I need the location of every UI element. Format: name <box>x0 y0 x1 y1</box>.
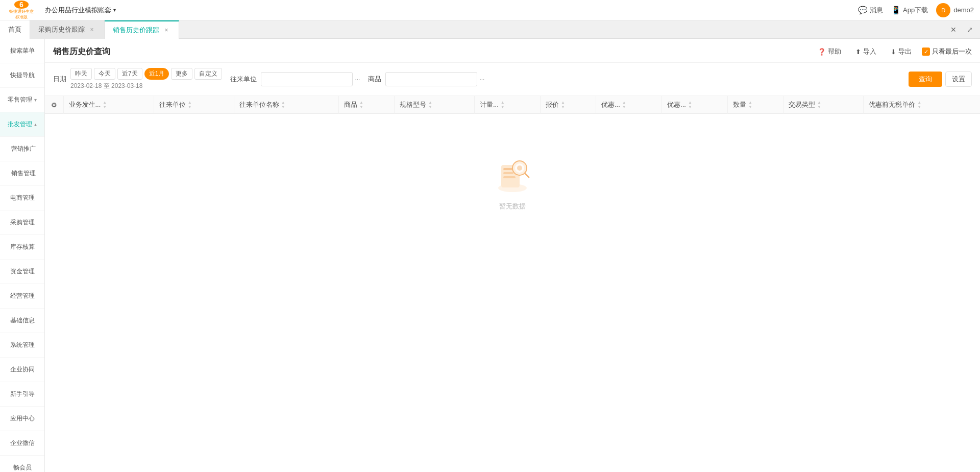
th-partner-code[interactable]: 往来单位 ▲▼ <box>154 96 234 114</box>
import-label: 导入 <box>863 47 876 56</box>
date-filter-group: 日期 昨天 今天 近7天 近1月 更多 自定义 2023-02-18 至 202… <box>53 68 222 90</box>
export-button[interactable]: ⬇ 导出 <box>887 45 916 58</box>
sidebar-item-marketing[interactable]: 营销推广 <box>0 137 44 161</box>
operations-label: 经营管理 <box>10 292 35 300</box>
tab-sales[interactable]: 销售历史价跟踪 × <box>105 20 179 39</box>
empty-state: 暂无数据 <box>45 114 980 252</box>
date-today[interactable]: 今天 <box>94 68 115 80</box>
th-business-date[interactable]: 业务发生... ▲▼ <box>63 96 154 114</box>
date-custom[interactable]: 自定义 <box>194 68 222 80</box>
user-menu[interactable]: D demo2 <box>936 3 974 17</box>
logo: 6 畅捷通好生意 标准版 <box>6 1 37 19</box>
logo-subtitle: 畅捷通好生意 标准版 <box>9 9 34 20</box>
partner-input[interactable] <box>261 72 353 86</box>
th-discount1[interactable]: 优惠... ▲▼ <box>596 96 662 114</box>
only-last-label: 只看最后一次 <box>932 47 972 56</box>
sidebar-item-wechat[interactable]: 企业微信 <box>0 431 44 456</box>
tab-sales-close[interactable]: × <box>162 26 170 34</box>
sidebar-item-purchase[interactable]: 采购管理 <box>0 210 44 235</box>
logo-icon: 6 <box>14 1 29 9</box>
empty-text: 暂无数据 <box>499 202 526 211</box>
th-gear[interactable]: ⚙ <box>45 96 63 114</box>
app-center-label: 应用中心 <box>10 414 35 423</box>
partner-dots[interactable]: ··· <box>355 76 360 83</box>
th-quote[interactable]: 报价 ▲▼ <box>541 96 596 114</box>
purchase-label: 采购管理 <box>10 218 35 227</box>
th-product[interactable]: 商品 ▲▼ <box>338 96 394 114</box>
guide-label: 新手引导 <box>10 390 35 398</box>
message-action[interactable]: 💬 消息 <box>858 6 883 15</box>
sidebar-item-ecommerce[interactable]: 电商管理 <box>0 186 44 210</box>
tab-purchase-close[interactable]: × <box>88 26 96 34</box>
chevron-down-icon: ▾ <box>34 97 37 103</box>
retail-label: 零售管理 <box>8 96 32 104</box>
topbar-right: 💬 消息 📱 App下载 D demo2 <box>858 3 974 17</box>
sidebar-item-guide[interactable]: 新手引导 <box>0 382 44 407</box>
search-menu-label: 搜索菜单 <box>10 46 35 55</box>
date-label: 日期 <box>53 75 66 84</box>
tab-purchase[interactable]: 采购历史价跟踪 × <box>30 20 105 39</box>
import-button[interactable]: ⬆ 导入 <box>851 45 880 58</box>
sidebar-item-system[interactable]: 系统管理 <box>0 333 44 358</box>
export-label: 导出 <box>898 47 912 56</box>
svg-point-8 <box>517 166 522 171</box>
finance-label: 资金管理 <box>10 267 35 276</box>
member-label: 畅会员 <box>13 463 32 472</box>
help-button[interactable]: ❓ 帮助 <box>814 45 845 58</box>
date-7days[interactable]: 近7天 <box>117 68 142 80</box>
tab-sales-label: 销售历史价跟踪 <box>113 26 159 35</box>
tabbar: 首页 采购历史价跟踪 × 销售历史价跟踪 × ✕ ⤢ <box>0 20 980 39</box>
sidebar-item-app-center[interactable]: 应用中心 <box>0 407 44 431</box>
th-unit[interactable]: 计量... ▲▼ <box>474 96 540 114</box>
sidebar: 搜索菜单 快捷导航 零售管理 ▾ 批发管理 ▴ 营销推广 销售管理 电商管理 采… <box>0 39 45 472</box>
table-header-row: ⚙ 业务发生... ▲▼ 往来单位 ▲▼ <box>45 96 980 114</box>
sidebar-item-shortcuts[interactable]: 快捷导航 <box>0 63 44 88</box>
product-dots[interactable]: ··· <box>479 76 484 83</box>
app-download-action[interactable]: 📱 App下载 <box>891 6 928 15</box>
collab-label: 企业协同 <box>10 365 35 374</box>
wholesale-label: 批发管理 <box>8 120 32 129</box>
page-title: 销售历史价查询 <box>53 46 110 57</box>
topbar: 6 畅捷通好生意 标准版 办公用品行业模拟账套 ▾ 💬 消息 📱 App下载 D… <box>0 0 980 20</box>
settings-button[interactable]: 设置 <box>945 72 972 87</box>
date-yesterday[interactable]: 昨天 <box>70 68 92 80</box>
th-partner-name[interactable]: 往来单位名称 ▲▼ <box>234 96 338 114</box>
sidebar-item-sales-mgmt[interactable]: 销售管理 <box>0 161 44 186</box>
date-more[interactable]: 更多 <box>171 68 192 80</box>
table-wrapper: ⚙ 业务发生... ▲▼ 往来单位 ▲▼ <box>45 96 980 472</box>
th-discount2[interactable]: 优惠... ▲▼ <box>662 96 728 114</box>
th-quantity[interactable]: 数量 ▲▼ <box>728 96 783 114</box>
content-area: 销售历史价查询 ❓ 帮助 ⬆ 导入 ⬇ 导出 ✓ 只看最后一次 <box>45 39 980 472</box>
only-last-checkbox[interactable]: ✓ 只看最后一次 <box>922 47 972 56</box>
sidebar-item-retail[interactable]: 零售管理 ▾ <box>0 88 44 112</box>
shortcuts-label: 快捷导航 <box>10 71 35 80</box>
sidebar-item-member[interactable]: 畅会员 <box>0 456 44 472</box>
date-1month[interactable]: 近1月 <box>144 68 169 80</box>
gear-icon: ⚙ <box>51 101 57 109</box>
sidebar-item-inventory[interactable]: 库存核算 <box>0 235 44 259</box>
product-input[interactable] <box>385 72 477 86</box>
query-button[interactable]: 查询 <box>909 72 942 87</box>
export-icon: ⬇ <box>891 48 896 56</box>
sidebar-item-wholesale[interactable]: 批发管理 ▴ <box>0 112 44 137</box>
product-label: 商品 <box>368 75 381 84</box>
th-pretax-price[interactable]: 优惠前无税单价 ▲▼ <box>864 96 980 114</box>
help-label: 帮助 <box>828 47 841 56</box>
company-dropdown[interactable]: 办公用品行业模拟账套 ▾ <box>41 4 120 17</box>
sales-mgmt-label: 销售管理 <box>11 169 36 178</box>
th-trade-type[interactable]: 交易类型 ▲▼ <box>783 96 864 114</box>
sidebar-item-finance[interactable]: 资金管理 <box>0 259 44 284</box>
main-layout: 搜索菜单 快捷导航 零售管理 ▾ 批发管理 ▴ 营销推广 销售管理 电商管理 采… <box>0 39 980 472</box>
close-tab-button[interactable]: ✕ <box>947 23 960 36</box>
sidebar-item-collab[interactable]: 企业协同 <box>0 358 44 382</box>
message-label: 消息 <box>870 6 883 15</box>
maximize-button[interactable]: ⤢ <box>964 23 976 36</box>
th-spec[interactable]: 规格型号 ▲▼ <box>394 96 474 114</box>
filter-actions: 查询 设置 <box>909 72 972 87</box>
sidebar-item-operations[interactable]: 经营管理 <box>0 284 44 309</box>
tab-home[interactable]: 首页 <box>0 20 30 39</box>
sidebar-item-search[interactable]: 搜索菜单 <box>0 39 44 63</box>
tabbar-actions: ✕ ⤢ <box>947 23 980 36</box>
sidebar-item-basic-info[interactable]: 基础信息 <box>0 309 44 333</box>
marketing-label: 营销推广 <box>11 145 36 153</box>
